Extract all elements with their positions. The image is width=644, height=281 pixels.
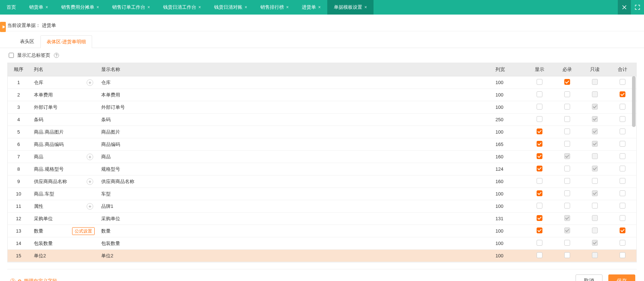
cell-display[interactable]: 车型	[97, 188, 491, 200]
checkbox[interactable]	[537, 240, 542, 246]
cell-display[interactable]: 采购单位	[97, 213, 491, 225]
checkbox[interactable]	[620, 227, 625, 233]
top-tab-3[interactable]: 销售订单工作台×	[106, 0, 157, 15]
cell-display[interactable]: 供应商商品名称	[97, 175, 491, 188]
cell-display[interactable]: 数量	[97, 225, 491, 237]
table-row[interactable]: 3外部订单号外部订单号100	[8, 101, 636, 114]
top-tab-1[interactable]: 销货单×	[23, 0, 55, 15]
checkbox[interactable]	[620, 215, 625, 221]
checkbox[interactable]	[564, 116, 570, 122]
checkbox[interactable]	[564, 128, 570, 134]
cell-width[interactable]: 100	[491, 225, 526, 237]
close-icon[interactable]: ×	[46, 5, 48, 10]
table-row[interactable]: 14包装数量包装数量100	[8, 237, 636, 250]
cell-width[interactable]: 131	[491, 213, 526, 225]
cell-display[interactable]: 外部订单号	[97, 101, 491, 114]
checkbox[interactable]	[537, 91, 542, 97]
checkbox[interactable]	[620, 104, 625, 110]
checkbox[interactable]	[592, 178, 598, 184]
expand-icon[interactable]: +	[87, 154, 93, 160]
cell-width[interactable]: 100	[491, 200, 526, 213]
checkbox[interactable]	[537, 79, 542, 85]
panel-collapse-handle[interactable]	[0, 22, 6, 32]
cell-width[interactable]: 124	[491, 163, 526, 175]
cell-width[interactable]: 100	[491, 250, 526, 262]
cell-display[interactable]: 仓库	[97, 76, 491, 89]
checkbox[interactable]	[537, 227, 542, 233]
checkbox[interactable]	[537, 166, 542, 171]
table-row[interactable]: 2本单费用本单费用100	[8, 89, 636, 101]
checkbox[interactable]	[620, 166, 625, 171]
top-tab-7[interactable]: 进货单×	[295, 0, 327, 15]
formula-button[interactable]: 公式设置	[72, 227, 95, 235]
cancel-button[interactable]: 取消	[576, 274, 602, 281]
checkbox[interactable]	[620, 141, 625, 147]
close-icon[interactable]: ×	[286, 5, 289, 10]
cell-width[interactable]: 100	[491, 89, 526, 101]
table-row[interactable]: 1仓库+仓库100	[8, 76, 636, 89]
manage-custom-fields-link[interactable]: 管理自定义字段	[24, 278, 57, 281]
checkbox[interactable]	[537, 104, 542, 110]
checkbox[interactable]	[564, 104, 570, 110]
cell-width[interactable]: 100	[491, 76, 526, 89]
top-tab-2[interactable]: 销售费用分摊单×	[55, 0, 106, 15]
checkbox[interactable]	[620, 79, 625, 85]
table-row[interactable]: 12采购单位采购单位131	[8, 213, 636, 225]
fullscreen-button[interactable]	[631, 0, 644, 15]
cell-width[interactable]: 100	[491, 237, 526, 250]
cell-width[interactable]: 250	[491, 114, 526, 126]
cell-display[interactable]: 条码	[97, 114, 491, 126]
save-button[interactable]: 保存	[608, 274, 635, 281]
checkbox[interactable]	[620, 153, 625, 159]
cell-width[interactable]: 100	[491, 101, 526, 114]
vertical-scrollbar[interactable]	[632, 76, 636, 229]
cell-width[interactable]: 100	[491, 188, 526, 200]
top-tab-6[interactable]: 销售排行榜×	[254, 0, 295, 15]
table-row[interactable]: 15单位2单位2100	[8, 250, 636, 262]
checkbox[interactable]	[620, 203, 625, 209]
checkbox[interactable]	[620, 252, 625, 258]
col-header-readonly[interactable]: 只读	[581, 63, 609, 76]
checkbox[interactable]	[564, 141, 570, 147]
table-row[interactable]: 10商品.车型车型100	[8, 188, 636, 200]
checkbox[interactable]	[592, 203, 598, 209]
checkbox[interactable]	[537, 190, 542, 196]
cell-display[interactable]: 规格型号	[97, 163, 491, 175]
checkbox[interactable]	[620, 128, 625, 134]
table-row[interactable]: 6商品.商品编码商品编码165	[8, 138, 636, 151]
top-tab-4[interactable]: 钱货日清工作台×	[157, 0, 208, 15]
table-row[interactable]: 11属性+品牌1100	[8, 200, 636, 213]
checkbox[interactable]	[537, 215, 542, 221]
col-header-show[interactable]: 显示	[526, 63, 553, 76]
checkbox[interactable]	[537, 141, 542, 147]
col-header-required[interactable]: 必录	[553, 63, 581, 76]
checkbox[interactable]	[537, 128, 542, 134]
expand-icon[interactable]: +	[87, 203, 93, 210]
checkbox[interactable]	[564, 190, 570, 196]
cell-display[interactable]: 本单费用	[97, 89, 491, 101]
checkbox[interactable]	[537, 203, 542, 209]
close-icon[interactable]: ×	[147, 5, 150, 10]
checkbox[interactable]	[564, 203, 570, 209]
col-header-total[interactable]: 合计	[609, 63, 636, 76]
close-icon[interactable]: ×	[318, 5, 321, 10]
checkbox[interactable]	[537, 116, 542, 122]
scrollbar-thumb[interactable]	[632, 76, 636, 127]
page-tab-0[interactable]: 表头区	[14, 35, 40, 48]
close-icon[interactable]: ×	[198, 5, 201, 10]
checkbox[interactable]	[620, 116, 625, 122]
checkbox[interactable]	[620, 178, 625, 184]
show-summary-checkbox[interactable]	[9, 53, 14, 58]
cell-display[interactable]: 商品	[97, 151, 491, 163]
help-icon[interactable]: ?	[54, 53, 59, 58]
page-tab-1[interactable]: 表体区-进货单明细	[40, 35, 92, 48]
table-row[interactable]: 13数量公式设置数量100	[8, 225, 636, 237]
close-all-tabs-button[interactable]	[618, 0, 631, 15]
cell-display[interactable]: 商品编码	[97, 138, 491, 151]
checkbox[interactable]	[537, 252, 542, 258]
top-tab-8[interactable]: 单据模板设置×	[327, 0, 374, 15]
checkbox[interactable]	[564, 178, 570, 184]
checkbox[interactable]	[620, 240, 625, 246]
close-icon[interactable]: ×	[96, 5, 99, 10]
checkbox[interactable]	[564, 91, 570, 97]
